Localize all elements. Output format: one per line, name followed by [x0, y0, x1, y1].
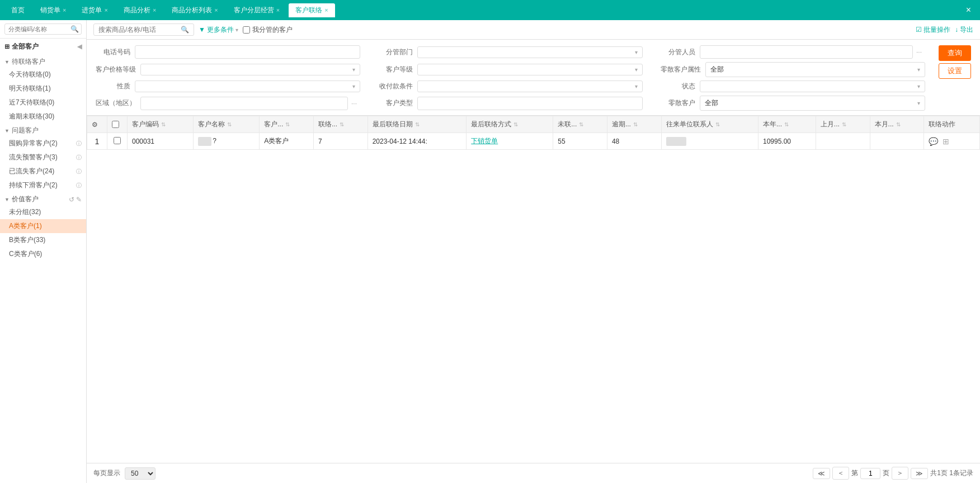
nav-customer-segment-close[interactable]: ×: [276, 7, 280, 13]
nav-customer-segment-label: 客户分层经营: [234, 6, 274, 15]
edit-icon[interactable]: ✎: [76, 196, 82, 203]
row-checkbox[interactable]: [114, 137, 121, 144]
nav-sales-close[interactable]: ×: [63, 7, 66, 13]
sidebar-group-problem[interactable]: ▼ 问题客户: [0, 124, 86, 136]
col-last-month[interactable]: 上月... ⇅: [816, 116, 870, 133]
last-method-link[interactable]: 下销货单: [471, 137, 498, 145]
batch-op-button[interactable]: ☑ 批量操作: [916, 25, 950, 35]
payment-label: 收付款条件: [378, 82, 417, 91]
query-button[interactable]: 查询: [939, 45, 971, 61]
first-page-button[interactable]: ≪: [813, 468, 830, 479]
sidebar-search-area: 🔍: [0, 20, 86, 39]
nav-customer-contact[interactable]: 客户联络 ×: [289, 3, 334, 17]
sidebar-item-class-b[interactable]: B类客户(33): [0, 233, 86, 247]
sidebar-group-value[interactable]: ▼ 价值客户 ↺ ✎: [0, 192, 86, 205]
sidebar-item-class-c[interactable]: C类客户(6): [0, 247, 86, 261]
col-name[interactable]: 客户名称 ⇅: [194, 116, 260, 133]
refresh-icon[interactable]: ↺: [69, 196, 74, 203]
sidebar-group-pending[interactable]: ▼ 待联络客户: [0, 55, 86, 68]
export-button[interactable]: ↓ 导出: [955, 25, 973, 35]
status-select[interactable]: ▾: [700, 80, 925, 92]
customer-type-input[interactable]: [417, 97, 643, 110]
nav-customer-segment[interactable]: 客户分层经营 ×: [227, 3, 286, 17]
col-checkbox[interactable]: [107, 116, 128, 133]
col-last-date[interactable]: 最后联络日期 ⇅: [368, 116, 467, 133]
sidebar-item-7days[interactable]: 近7天待联络(0): [0, 96, 86, 110]
phone-input[interactable]: [135, 45, 360, 59]
price-level-select[interactable]: ▾: [140, 64, 360, 75]
nav-home[interactable]: 首页: [4, 3, 31, 17]
nav-purchase[interactable]: 进货单 ×: [75, 3, 114, 17]
select-all-checkbox[interactable]: [112, 121, 119, 128]
nav-product-analysis-close[interactable]: ×: [153, 7, 156, 13]
last-page-button[interactable]: ≫: [911, 468, 928, 479]
nav-purchase-close[interactable]: ×: [104, 7, 107, 13]
sidebar-item-declining[interactable]: 持续下滑客户(2) ⓘ: [0, 178, 86, 192]
col-last-method[interactable]: 最后联络方式 ⇅: [467, 116, 553, 133]
row-name: ?: [194, 133, 260, 150]
col-contact2-label: 往来单位联系人: [666, 120, 713, 129]
action-chat-icon[interactable]: 💬: [929, 137, 938, 146]
more-filters-btn[interactable]: ▼ 更多条件 ▾: [199, 25, 238, 35]
content-area: 🔍 ▼ 更多条件 ▾ 我分管的客户 ☑ 批量操作 ↓ 导出: [87, 20, 980, 483]
pending-triangle: ▼: [4, 59, 10, 65]
next-page-button[interactable]: ＞: [892, 467, 908, 480]
col-level[interactable]: 客户... ⇅: [260, 116, 314, 133]
row-last-date: 2023-04-12 14:44:: [368, 133, 467, 150]
value-group-label: 价值客户: [12, 195, 39, 204]
nav-customer-contact-close[interactable]: ×: [324, 7, 328, 13]
sidebar-all-customers[interactable]: ⊞ 全部客户 ◀: [0, 39, 86, 55]
my-customers-checkbox-area[interactable]: 我分管的客户: [243, 25, 293, 35]
payment-select[interactable]: ▾: [417, 80, 643, 92]
nature-select[interactable]: ▾: [135, 80, 360, 92]
col-contact[interactable]: 联络... ⇅: [313, 116, 368, 133]
nav-product-list[interactable]: 商品分析列表 ×: [165, 3, 224, 17]
row-checkbox-cell[interactable]: [107, 133, 128, 150]
filter-person: 分管人员 ···: [661, 45, 925, 59]
window-close-button[interactable]: ×: [962, 3, 976, 17]
main-layout: 🔍 ⊞ 全部客户 ◀ ▼ 待联络客户 今天待联络(0) 明天待联络(1) 近7天…: [0, 20, 980, 483]
retail-customer-select[interactable]: 全部 ▾: [700, 96, 925, 111]
sidebar-item-abnormal[interactable]: 囤购异常客户(2) ⓘ: [0, 136, 86, 150]
col-this-month[interactable]: 本月... ⇅: [870, 116, 924, 133]
sidebar-item-warning[interactable]: 流失预警客户(3) ⓘ: [0, 150, 86, 164]
person-dots[interactable]: ···: [913, 48, 925, 56]
region-dots[interactable]: ···: [348, 100, 360, 107]
sidebar-item-lost[interactable]: 已流失客户(24) ⓘ: [0, 164, 86, 178]
status-label: 状态: [661, 82, 700, 91]
action-qr-icon[interactable]: ⊞: [943, 137, 949, 146]
page-input[interactable]: [860, 468, 880, 479]
col-gear[interactable]: ⚙: [87, 116, 107, 133]
dept-select[interactable]: ▾: [417, 46, 643, 58]
nav-product-list-label: 商品分析列表: [172, 6, 212, 15]
customer-level-select[interactable]: ▾: [417, 64, 643, 75]
search-box[interactable]: 🔍: [93, 23, 194, 36]
col-overdue[interactable]: 逾期... ⇅: [607, 116, 661, 133]
col-this-year[interactable]: 本年... ⇅: [758, 116, 816, 133]
nav-sales[interactable]: 销货单 ×: [34, 3, 73, 17]
prev-page-button[interactable]: ＜: [832, 467, 849, 480]
payment-chevron: ▾: [635, 83, 638, 89]
col-uncontacted[interactable]: 未联... ⇅: [553, 116, 607, 133]
table-row: 1 000031 ? A类客户 7 2023-04-12 14:44: 下销货单: [87, 133, 980, 150]
sidebar-item-tomorrow[interactable]: 明天待联络(1): [0, 82, 86, 96]
my-customers-checkbox[interactable]: [243, 26, 250, 34]
sidebar-item-today[interactable]: 今天待联络(0): [0, 68, 86, 82]
filter-price-level: 客户价格等级 ▾: [96, 64, 360, 75]
col-code[interactable]: 客户编码 ⇅: [128, 116, 194, 133]
col-contact2[interactable]: 往来单位联系人 ⇅: [661, 116, 758, 133]
customer-type-label: 客户类型: [378, 98, 417, 108]
region-input[interactable]: [140, 97, 348, 110]
sidebar-item-class-a[interactable]: A类客户(1): [0, 219, 86, 233]
settings-button[interactable]: 设置: [939, 63, 971, 79]
nav-product-analysis[interactable]: 商品分析 ×: [117, 3, 163, 17]
sidebar-item-ungroup[interactable]: 未分组(32): [0, 205, 86, 219]
sidebar-item-overdue[interactable]: 逾期未联络(30): [0, 110, 86, 124]
per-page-select[interactable]: 50 100 200: [125, 467, 156, 480]
warning-info-icon: ⓘ: [76, 154, 82, 162]
export-icon: ↓: [955, 26, 958, 34]
person-input[interactable]: [700, 45, 913, 59]
nav-product-list-close[interactable]: ×: [214, 7, 218, 13]
main-search-input[interactable]: [98, 26, 178, 34]
retail-attr-select[interactable]: 全部 ▾: [705, 62, 925, 77]
